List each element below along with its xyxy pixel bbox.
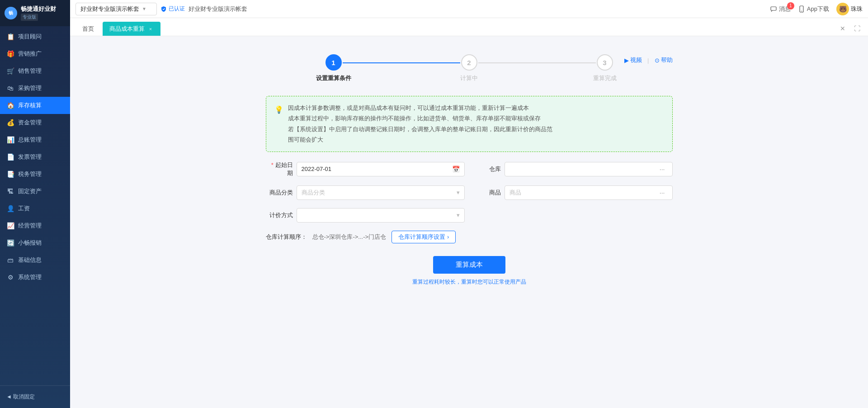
sidebar-item-operation[interactable]: 📈 经营管理 — [0, 217, 70, 234]
sidebar-item-basic[interactable]: 🗃 基础信息 — [0, 251, 70, 269]
sidebar-item-label: 税务管理 — [18, 170, 42, 178]
unpin-label: ◄ 取消固定 — [6, 393, 35, 401]
start-date-input[interactable]: 2022-07-01 📅 — [297, 162, 465, 176]
sidebar-item-sales[interactable]: 🛒 销售管理 — [0, 62, 70, 80]
inventory-icon: 🏠 — [6, 102, 14, 109]
step-3-circle: 3 — [597, 54, 613, 71]
expand-button[interactable]: ⛶ — [852, 23, 863, 34]
warehouse-input[interactable]: ··· — [505, 162, 673, 176]
project-icon: 📋 — [6, 33, 14, 40]
info-line-1: 因成本计算参数调整，或是对商品成本有疑问时，可以通过成本重算功能，重新计算一遍成… — [288, 103, 552, 113]
sidebar-item-label: 固定资产 — [18, 187, 42, 195]
category-field: 商品分类 商品分类 ▾ — [266, 185, 465, 200]
marketing-icon: 🎁 — [6, 50, 14, 57]
account-select[interactable]: 好业财专业版演示帐套 ▼ — [75, 3, 157, 15]
step-2-label: 计算中 — [460, 74, 478, 82]
message-button[interactable]: 消息 1 — [770, 5, 791, 13]
chevron-down-icon: ▼ — [142, 6, 146, 11]
info-line-3: 若【系统设置】中启用了自动调整记账日期时，会调整入库单的整单记账日期，因此重新计… — [288, 124, 552, 134]
sidebar-item-project[interactable]: 📋 项目顾问 — [0, 28, 70, 45]
sidebar-item-label: 工资 — [18, 204, 30, 213]
sidebar-item-label: 营销推广 — [18, 50, 42, 58]
app-download-label: App下载 — [807, 5, 829, 13]
warehouse-order-label: 仓库计算顺序： — [266, 233, 307, 241]
warehouse-field: 仓库 ··· — [474, 162, 673, 176]
tabbar-right: ✕ ⛶ — [837, 23, 863, 36]
step-wizard: 1 设置重算条件 2 计算中 3 重算完成 ▶ — [266, 45, 673, 87]
sidebar-item-label: 项目顾问 — [18, 33, 42, 41]
category-placeholder: 商品分类 — [302, 189, 325, 197]
sidebar: 畅 畅捷通好业财 专业版 📋 项目顾问 🎁 营销推广 🛒 销售管理 🛍 采购管理… — [0, 0, 70, 408]
tab-home[interactable]: 首页 — [75, 22, 101, 36]
sidebar-item-label: 库存核算 — [18, 101, 42, 109]
tab-close-icon[interactable]: × — [147, 26, 154, 32]
arrow-right-icon: › — [447, 233, 449, 240]
sidebar-item-assets[interactable]: 🏗 固定资产 — [0, 183, 70, 200]
sidebar-item-inventory[interactable]: 🏠 库存核算 — [0, 97, 70, 114]
sidebar-item-tax[interactable]: 📑 税务管理 — [0, 166, 70, 183]
topbar-right: 消息 1 App下载 🐻 珠珠 — [770, 3, 863, 15]
app-edition: 专业版 — [21, 14, 38, 21]
form-row-3: 计价方式 ▾ — [266, 208, 673, 223]
category-select[interactable]: 商品分类 ▾ — [297, 185, 465, 200]
info-icon: 💡 — [274, 104, 283, 145]
user-profile[interactable]: 🐻 珠珠 — [836, 3, 863, 15]
app-logo: 畅 — [5, 7, 17, 19]
phone-icon — [798, 5, 805, 13]
sidebar-item-expense[interactable]: 🔄 小畅报销 — [0, 234, 70, 251]
warehouse-label: 仓库 — [474, 165, 501, 173]
pricing-select[interactable]: ▾ — [297, 208, 465, 223]
step-1-circle: 1 — [326, 54, 342, 71]
purchase-icon: 🛍 — [6, 85, 14, 92]
sidebar-item-accounting[interactable]: 📊 总账管理 — [0, 131, 70, 148]
sidebar-item-label: 销售管理 — [18, 67, 42, 75]
app-download-button[interactable]: App下载 — [798, 5, 829, 13]
calendar-icon[interactable]: 📅 — [452, 166, 460, 173]
sidebar-item-salary[interactable]: 👤 工资 — [0, 200, 70, 217]
goods-label: 商品 — [474, 189, 501, 197]
category-label: 商品分类 — [266, 189, 293, 197]
sidebar-item-finance[interactable]: 💰 资金管理 — [0, 114, 70, 131]
sidebar-item-system[interactable]: ⚙ 系统管理 — [0, 269, 70, 286]
info-text: 因成本计算参数调整，或是对商品成本有疑问时，可以通过成本重算功能，重新计算一遍成… — [288, 103, 552, 145]
step-line-2 — [478, 62, 596, 63]
goods-input[interactable]: 商品 ··· — [505, 185, 673, 200]
goods-dots-icon[interactable]: ··· — [657, 188, 668, 197]
sidebar-item-label: 经营管理 — [18, 222, 42, 230]
sidebar-item-invoice[interactable]: 📄 发票管理 — [0, 148, 70, 166]
main-content: 好业财专业版演示帐套 ▼ 已认证 好业财专业版演示帐套 消息 1 App下载 🐻… — [70, 0, 868, 408]
sidebar-scroll: 📋 项目顾问 🎁 营销推广 🛒 销售管理 🛍 采购管理 🏠 库存核算 💰 资金管… — [0, 26, 70, 385]
operation-icon: 📈 — [6, 222, 14, 229]
warehouse-order-value: 总仓->深圳仓库->...->门店仓 — [312, 233, 387, 241]
help-link[interactable]: ⊙ 帮助 — [655, 56, 673, 64]
sidebar-item-purchase[interactable]: 🛍 采购管理 — [0, 80, 70, 97]
video-link[interactable]: ▶ 视频 — [624, 56, 642, 64]
sidebar-item-label: 小畅报销 — [18, 239, 42, 247]
warehouse-order-setting-button[interactable]: 仓库计算顺序设置 › — [392, 231, 456, 243]
system-icon: ⚙ — [6, 274, 14, 281]
avatar: 🐻 — [836, 3, 849, 15]
close-window-button[interactable]: ✕ — [837, 23, 848, 34]
sidebar-item-label: 总账管理 — [18, 136, 42, 144]
sidebar-item-label: 基础信息 — [18, 256, 42, 264]
unpin-button[interactable]: ◄ 取消固定 — [0, 389, 70, 404]
pricing-label: 计价方式 — [266, 211, 293, 219]
tab-recalc-label: 商品成本重算 — [109, 25, 145, 33]
tabbar: 首页 商品成本重算 × ✕ ⛶ — [70, 18, 868, 36]
step-2: 2 计算中 — [401, 54, 537, 82]
warehouse-dots-icon[interactable]: ··· — [657, 165, 668, 174]
invoice-icon: 📄 — [6, 153, 14, 161]
tab-recalc[interactable]: 商品成本重算 × — [103, 22, 160, 36]
pricing-field: 计价方式 ▾ — [266, 208, 465, 223]
app-name: 畅捷通好业财 — [21, 5, 56, 13]
form-area: 起始日期 2022-07-01 📅 仓库 ··· 商品分 — [266, 161, 673, 286]
basic-icon: 🗃 — [6, 256, 14, 264]
recalc-button[interactable]: 重算成本 — [433, 256, 505, 274]
account-name: 好业财专业版演示帐套 — [189, 5, 247, 13]
sidebar-item-marketing[interactable]: 🎁 营销推广 — [0, 45, 70, 62]
svg-rect-0 — [771, 7, 776, 10]
step-2-circle: 2 — [461, 54, 477, 71]
topbar: 好业财专业版演示帐套 ▼ 已认证 好业财专业版演示帐套 消息 1 App下载 🐻… — [70, 0, 868, 18]
user-name: 珠珠 — [851, 5, 863, 13]
help-icon: ⊙ — [655, 57, 660, 64]
